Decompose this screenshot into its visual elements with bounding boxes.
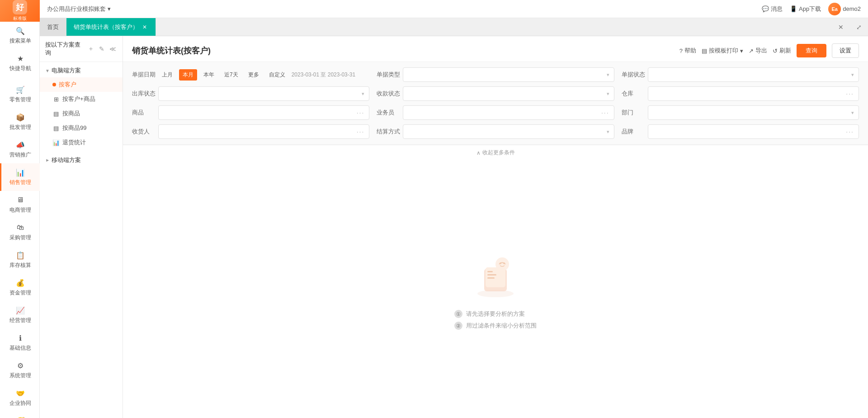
scheme-item-return-stat[interactable]: 📊 退货统计 — [40, 135, 123, 150]
date-shortcut-this-year[interactable]: 本年 — [200, 69, 218, 81]
sidebar-item-sales-mgmt[interactable]: 📊 销售管理 — [0, 163, 40, 191]
user-profile[interactable]: Ea demo2 — [828, 3, 861, 15]
department-select[interactable]: ▾ — [648, 105, 859, 120]
payment-status-filter-item: 收款状态 ▾ — [377, 86, 614, 101]
sidebar-item-basic-info[interactable]: ℹ 基础信息 — [0, 329, 40, 356]
sidebar-item-retail-mgmt[interactable]: 🛒 零售管理 — [0, 81, 40, 108]
sidebar-item-inventory-check[interactable]: 📋 库存核算 — [0, 246, 40, 274]
export-action[interactable]: ↗ 导出 — [749, 47, 767, 55]
tab-close-button[interactable]: ✕ — [141, 24, 148, 31]
recipient-select[interactable]: ··· — [158, 124, 369, 139]
marketing-icon: 📣 — [16, 140, 25, 149]
sys-mgmt-icon: ⚙ — [16, 361, 25, 370]
desktop-section-header[interactable]: ▼ 电脑端方案 — [40, 64, 123, 77]
filter-row-4: 收货人 ··· 结算方式 ▾ 品牌 — [132, 124, 859, 139]
edit-scheme-button[interactable]: ✎ — [97, 44, 106, 53]
out-warehouse-filter-item: 出库状态 ▾ — [132, 86, 369, 101]
scheme-item-by-product-99[interactable]: ▤ 按商品99 — [40, 121, 123, 135]
sidebar-item-finance-mgmt[interactable]: 💰 资金管理 — [0, 274, 40, 301]
tab-window-controls: ✕ ⤢ — [832, 18, 868, 36]
out-warehouse-select[interactable]: ▾ — [158, 86, 369, 101]
collapse-button[interactable]: ∧ 收起更多条件 — [473, 148, 519, 157]
collapse-bar[interactable]: ∧ 收起更多条件 — [123, 145, 868, 160]
warehouse-filter-item: 仓库 ··· — [622, 86, 859, 101]
salesperson-filter-item: 业务员 ··· — [377, 105, 614, 120]
tab-sales-stat[interactable]: 销货单统计表（按客户） ✕ — [66, 18, 156, 36]
add-scheme-button[interactable]: ＋ — [86, 44, 95, 53]
date-filter-controls: 上月 本月 本年 近7天 更多 自定义 2023-03-01 至 2023-03… — [158, 69, 369, 81]
doc-type-select[interactable]: ▾ — [403, 67, 614, 82]
page-title: 销货单统计表(按客户) — [132, 45, 211, 56]
refresh-icon: ↺ — [773, 48, 778, 54]
payment-status-select[interactable]: ▾ — [403, 86, 614, 101]
doc-type-filter-item: 单据类型 ▾ — [377, 67, 614, 82]
newbie-guide-icon: 🧭 — [16, 416, 25, 418]
help-action[interactable]: ? 帮助 — [679, 47, 696, 55]
sidebar-item-wholesale-mgmt[interactable]: 📦 批发管理 — [0, 108, 40, 136]
doc-type-chevron: ▾ — [607, 72, 609, 78]
window-maximize-button[interactable]: ⤢ — [850, 18, 868, 36]
scheme-item-by-customer[interactable]: 按客户 — [40, 77, 123, 92]
refresh-action[interactable]: ↺ 刷新 — [773, 47, 791, 55]
sidebar-item-purchase-mgmt[interactable]: 🛍 采购管理 — [0, 218, 40, 246]
sidebar-item-marketing[interactable]: 📣 营销推广 — [0, 136, 40, 163]
template-print-icon: ▤ — [702, 48, 707, 54]
date-shortcut-this-month[interactable]: 本月 — [179, 69, 197, 81]
sidebar-item-search-menu[interactable]: 🔍 搜索菜单 — [0, 22, 40, 49]
app-download-action[interactable]: 📱 App下载 — [790, 5, 821, 13]
mobile-section-header[interactable]: ▼ 移动端方案 — [40, 153, 123, 167]
doc-status-select[interactable]: ▾ — [648, 67, 859, 82]
message-action[interactable]: 💬 消息 — [762, 5, 783, 13]
wholesale-mgmt-icon: 📦 — [16, 113, 25, 122]
salesperson-select[interactable]: ··· — [403, 105, 614, 120]
doc-status-chevron: ▾ — [851, 72, 854, 78]
help-icon: ? — [679, 48, 683, 54]
window-close-button[interactable]: ✕ — [832, 18, 850, 36]
settings-button[interactable]: 设置 — [832, 43, 859, 58]
mobile-section: ▼ 移动端方案 — [40, 152, 123, 169]
query-button[interactable]: 查询 — [797, 44, 826, 57]
filter-row-2: 出库状态 ▾ 收款状态 ▾ 仓库 — [132, 86, 859, 101]
sales-mgmt-icon: 📊 — [16, 168, 25, 177]
template-print-action[interactable]: ▤ 按模板打印 ▾ — [702, 47, 743, 55]
collapse-panel-button[interactable]: ≪ — [108, 44, 117, 53]
scheme-item-by-customer-product[interactable]: ⊞ 按客户+商品 — [40, 92, 123, 106]
sidebar-item-ecommerce-mgmt[interactable]: 🖥 电商管理 — [0, 191, 40, 218]
product-icon: ▤ — [52, 110, 60, 117]
sidebar-item-quick-nav[interactable]: ★ 快捷导航 — [0, 49, 40, 77]
settlement-select[interactable]: ▾ — [403, 124, 614, 139]
brand-select[interactable]: ··· — [648, 124, 859, 139]
page-title-bar: 销货单统计表(按客户) ? 帮助 ▤ 按模板打印 ▾ ↗ 导出 — [123, 36, 868, 62]
sidebar-item-enterprise-collab[interactable]: 🤝 企业协同 — [0, 384, 40, 412]
purchase-mgmt-icon: 🛍 — [16, 223, 25, 232]
tab-home[interactable]: 首页 — [40, 18, 66, 36]
export-icon: ↗ — [749, 48, 754, 54]
basic-info-icon: ℹ — [16, 333, 25, 342]
logo-icon: 好 — [13, 0, 27, 14]
settlement-filter-item: 结算方式 ▾ — [377, 124, 614, 139]
product-filter-item: 商品 ··· — [132, 105, 369, 120]
date-shortcut-last-month[interactable]: 上月 — [158, 69, 176, 81]
tab-bar: 首页 销货单统计表（按客户） ✕ ✕ ⤢ — [40, 18, 868, 36]
sidebar-item-sys-mgmt[interactable]: ⚙ 系统管理 — [0, 356, 40, 384]
empty-tip-2: ② 用过滤条件来缩小分析范围 — [454, 322, 537, 330]
empty-state: ① 请先选择要分析的方案 ② 用过滤条件来缩小分析范围 — [123, 160, 868, 418]
product-select[interactable]: ··· — [158, 105, 369, 120]
sidebar-item-biz-mgmt[interactable]: 📈 经营管理 — [0, 301, 40, 329]
scheme-item-by-product[interactable]: ▤ 按商品 — [40, 106, 123, 121]
date-shortcut-more[interactable]: 更多 — [245, 69, 263, 81]
right-content: 销货单统计表(按客户) ? 帮助 ▤ 按模板打印 ▾ ↗ 导出 — [123, 36, 868, 418]
left-panel-header: 按以下方案查询 ＋ ✎ ≪ — [40, 36, 123, 62]
salesperson-dots: ··· — [601, 109, 609, 116]
settlement-chevron: ▾ — [607, 129, 609, 135]
svg-rect-4 — [487, 274, 496, 276]
industry-selector[interactable]: 办公用品行业模拟账套 ▾ — [47, 5, 111, 13]
app-logo[interactable]: 好 标准版 — [0, 0, 40, 22]
product-99-icon: ▤ — [52, 124, 60, 132]
date-shortcut-last-7-days[interactable]: 近7天 — [221, 69, 242, 81]
svg-rect-3 — [487, 271, 493, 272]
date-shortcut-custom[interactable]: 自定义 — [265, 69, 289, 81]
sidebar-item-newbie-guide[interactable]: 🧭 新手引导 — [0, 412, 40, 418]
warehouse-select[interactable]: ··· — [648, 86, 859, 101]
industry-selector-chevron: ▾ — [108, 5, 111, 12]
